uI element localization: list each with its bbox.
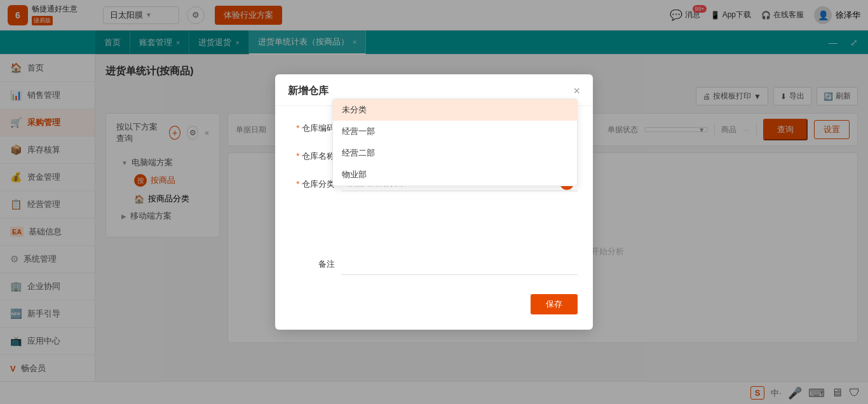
category-option-property[interactable]: 物业部 [333, 164, 577, 185]
new-warehouse-modal: 新增仓库 × 仓库编码 仓库名称 请输入仓库名称 仓库分类 [275, 74, 593, 330]
category-option-ops1[interactable]: 经营一部 [333, 121, 577, 142]
modal-body: 仓库编码 仓库名称 请输入仓库名称 仓库分类 未分类 经营一部 [275, 106, 593, 275]
modal-footer: 保存 [275, 286, 593, 314]
category-dropdown: 未分类 经营一部 经营二部 物业部 [332, 98, 578, 186]
category-option-ops2[interactable]: 经营二部 [333, 142, 577, 164]
form-row-notes: 备注 [290, 255, 578, 275]
notes-label: 备注 [290, 255, 341, 270]
save-button[interactable]: 保存 [531, 294, 578, 314]
notes-input[interactable] [341, 255, 578, 275]
modal-close-button[interactable]: × [573, 84, 580, 98]
category-option-uncategorized[interactable]: 未分类 [333, 99, 577, 121]
modal-title: 新增仓库 [288, 84, 329, 98]
